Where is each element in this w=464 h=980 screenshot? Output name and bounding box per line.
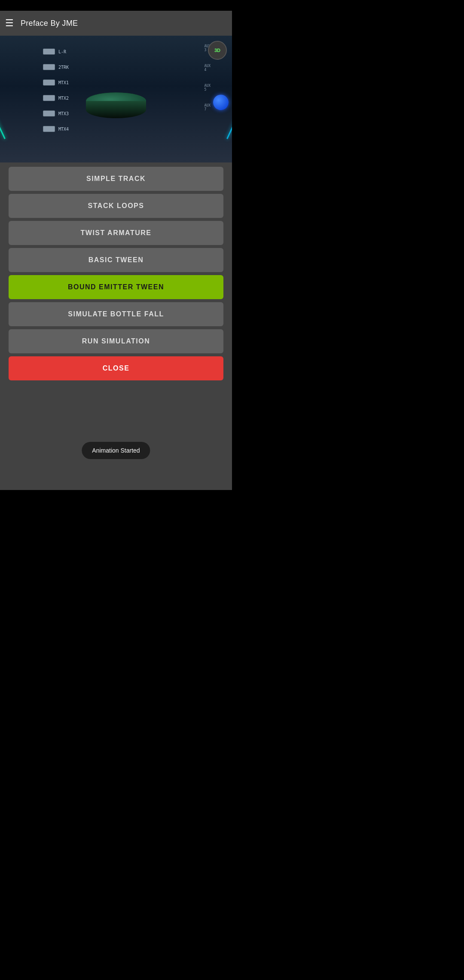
- badge-3d[interactable]: 3D: [208, 41, 227, 60]
- aux-label-7: AUX7: [205, 104, 211, 111]
- header-title: Preface By JME: [21, 19, 78, 28]
- channel-row-mtx2: MTX2: [43, 95, 69, 101]
- channel-row-mtx3: MTX3: [43, 110, 69, 116]
- channel-btn-mtx4: [43, 126, 55, 132]
- main-container: AUX3 AUX4 AUX5 AUX7 L-R 2TRK MTX1 MTX2: [0, 36, 232, 490]
- channel-row-2trk: 2TRK: [43, 64, 69, 70]
- run-simulation-button[interactable]: RUN SIMULATION: [9, 329, 223, 353]
- channel-label-2trk: 2TRK: [58, 65, 69, 70]
- aux-label-5: AUX5: [205, 84, 211, 92]
- twist-armature-button[interactable]: TWIST ARMATURE: [9, 221, 223, 245]
- close-button[interactable]: CLOSE: [9, 356, 223, 380]
- channel-label-mtx1: MTX1: [58, 80, 69, 85]
- channel-labels: L-R 2TRK MTX1 MTX2 MTX3 MTX4: [43, 49, 69, 132]
- simple-track-button[interactable]: SIMPLE TRACK: [9, 167, 223, 191]
- app-header: ☰ Preface By JME: [0, 11, 232, 36]
- bound-emitter-tween-button[interactable]: BOUND EMITTER TWEEN: [9, 275, 223, 299]
- line-left-decoration: [0, 96, 6, 139]
- cylinder-body: [86, 101, 146, 118]
- channel-row-mtx4: MTX4: [43, 126, 69, 132]
- view-3d[interactable]: AUX3 AUX4 AUX5 AUX7 L-R 2TRK MTX1 MTX2: [0, 36, 232, 162]
- stack-loops-button[interactable]: STACK LOOPS: [9, 194, 223, 218]
- toast-notification: Animation Started: [82, 442, 150, 459]
- channel-row-mtx1: MTX1: [43, 80, 69, 86]
- channel-label-mtx3: MTX3: [58, 111, 69, 116]
- channel-btn-mtx1: [43, 80, 55, 86]
- channel-btn-mtx2: [43, 95, 55, 101]
- status-bar: [0, 0, 232, 11]
- basic-tween-button[interactable]: BASIC TWEEN: [9, 248, 223, 272]
- simulate-bottle-fall-button[interactable]: SIMULATE BOTTLE FALL: [9, 302, 223, 326]
- channel-label-lr: L-R: [58, 49, 66, 54]
- channel-label-mtx2: MTX2: [58, 96, 69, 101]
- channel-btn-lr: [43, 49, 55, 55]
- aux-label-4: AUX4: [205, 64, 211, 72]
- hamburger-icon[interactable]: ☰: [5, 18, 14, 28]
- button-section: SIMPLE TRACK STACK LOOPS TWIST ARMATURE …: [0, 162, 232, 490]
- channel-btn-2trk: [43, 64, 55, 70]
- cylinder-3d-object: [86, 92, 146, 118]
- channel-row-lr: L-R: [43, 49, 69, 55]
- channel-label-mtx4: MTX4: [58, 127, 69, 132]
- blue-knob: [213, 95, 229, 110]
- channel-btn-mtx3: [43, 110, 55, 116]
